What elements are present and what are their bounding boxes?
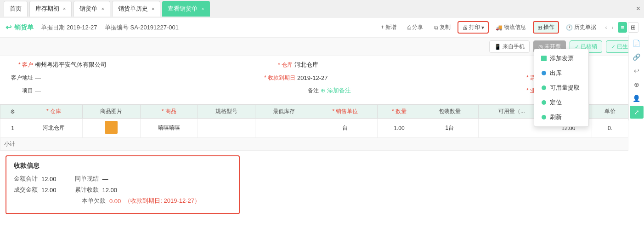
cumulative-value: 12.00 — [102, 187, 118, 194]
tab-close-view-sales[interactable]: × — [201, 6, 204, 11]
available-pickup-item[interactable]: 可用量提取 — [534, 80, 588, 95]
add-remark-icon: ⊕ — [321, 87, 325, 94]
payment-info-section: 收款信息 金额合计 12.00 同单现结 — 成交金额 12.00 累计收款 — [6, 155, 240, 214]
balance-item: 本单欠款 0.00 （收款到期日: 2019-12-27） — [82, 197, 200, 205]
logistics-icon: 🚚 — [496, 24, 503, 31]
total-amount-item: 金额合计 12.00 — [14, 175, 56, 183]
date-label: 单据日期 — [41, 23, 65, 32]
main-content: ↩ 销货单 单据日期 2019-12-27 单据编号 SA-20191227-0… — [0, 17, 644, 245]
add-invoice-icon — [541, 55, 547, 62]
balance-label: 本单欠款 — [82, 197, 106, 205]
total-amount-value: 12.00 — [41, 176, 56, 182]
col-settings: ⚙ — [0, 105, 25, 119]
col-unit-price: 单价 — [592, 105, 628, 119]
tab-sales-history[interactable]: 销货单历史 × — [112, 1, 160, 17]
project-value: — — [35, 87, 118, 94]
tab-close-history[interactable]: × — [152, 6, 154, 11]
add-remark-button[interactable]: ⊕ 添加备注 — [321, 86, 351, 95]
refresh-item[interactable]: 刷新 — [534, 110, 588, 125]
same-order-value: — — [102, 176, 108, 182]
locate-icon — [541, 99, 547, 106]
logistics-button[interactable]: 🚚 物流信息 — [491, 21, 530, 34]
row-unit-price: 0. — [592, 119, 628, 138]
doc-type-label: 销货单 — [14, 23, 34, 32]
col-sales-unit: * 销售单位 — [313, 105, 378, 119]
right-icon-back[interactable]: ↩ — [630, 64, 644, 77]
doc-actions: + 新增 ⎙ 分享 ⧉ 复制 🖨 打印 ▾ 🚚 物流信息 — [377, 21, 638, 34]
view-grid-button[interactable]: ⊞ — [628, 22, 638, 33]
right-icon-expand[interactable]: ⤢ — [630, 106, 644, 119]
phone-icon: 📱 — [494, 44, 501, 50]
add-invoice-item[interactable]: 添加发票 — [534, 51, 588, 66]
date-value: 2019-12-27 — [67, 24, 97, 31]
col-product-img: 商品图片 — [83, 105, 140, 119]
address-value: — — [35, 74, 118, 81]
doc-number-item: 单据编号 SA-20191227-001 — [105, 23, 179, 32]
copy-button[interactable]: ⧉ 复制 — [430, 21, 455, 34]
copy-icon: ⧉ — [434, 24, 438, 31]
from-phone-button[interactable]: 📱 来自手机 — [489, 40, 530, 53]
outbound-item[interactable]: 出库 — [534, 66, 588, 80]
right-icon-doc[interactable]: 📄 — [630, 37, 644, 50]
tab-home[interactable]: 首页 — [4, 1, 28, 17]
address-label: 客户地址 — [7, 74, 35, 82]
right-icon-link[interactable]: 🔗 — [630, 51, 644, 63]
tab-close-sales[interactable]: × — [101, 6, 104, 11]
print-button[interactable]: 🖨 打印 ▾ — [458, 21, 489, 34]
payment-date-label: * 收款到期日 — [264, 74, 297, 82]
right-icon-add[interactable]: ⊕ — [630, 78, 644, 91]
tab-sales-order[interactable]: 销货单 × — [73, 1, 110, 17]
same-order-label: 同单现结 — [75, 175, 99, 183]
view-list-button[interactable]: ≡ — [618, 22, 627, 33]
payment-date-value: 2019-12-27 — [297, 74, 380, 81]
transaction-value: 12.00 — [41, 187, 56, 194]
row-product: 嘻嘻嘻嘻 — [140, 119, 198, 138]
warehouse-label: * 仓库 — [267, 61, 294, 69]
outbound-icon — [541, 70, 547, 76]
right-icons-panel: 📄 🔗 ↩ ⊕ 👤 ⤢ — [628, 35, 644, 120]
print-dropdown-arrow: ▾ — [481, 24, 484, 31]
prev-record-button[interactable]: ‹ — [603, 23, 609, 32]
payment-info-title: 收款信息 — [14, 162, 232, 170]
doc-meta: 单据日期 2019-12-27 单据编号 SA-20191227-001 — [41, 23, 179, 32]
new-button[interactable]: + 新增 — [377, 21, 401, 34]
subtotal-row: 小计 — [0, 138, 628, 151]
info-row-1: 金额合计 12.00 同单现结 — — [14, 175, 232, 183]
locate-item[interactable]: 定位 — [534, 95, 588, 110]
doc-header: ↩ 销货单 单据日期 2019-12-27 单据编号 SA-20191227-0… — [0, 17, 644, 38]
same-order-item: 同单现结 — — [75, 175, 108, 183]
subtotal-label: 小计 — [0, 138, 628, 151]
project-label: 项目 — [7, 87, 35, 95]
history-button[interactable]: 🕐 历史单据 — [562, 21, 600, 34]
info-row-3: 本单欠款 0.00 （收款到期日: 2019-12-27） — [14, 197, 232, 205]
remarks-label: 备注 — [293, 87, 321, 95]
warehouse-value: 河北仓库 — [294, 61, 377, 69]
doc-date-item: 单据日期 2019-12-27 — [41, 23, 97, 32]
transaction-label: 成交金额 — [14, 186, 38, 194]
share-icon: ⎙ — [407, 24, 411, 31]
info-row-2: 成交金额 12.00 累计收款 12.00 — [14, 186, 232, 194]
refresh-icon — [541, 114, 547, 120]
tab-view-sales[interactable]: 查看销货单 × — [162, 1, 209, 17]
next-record-button[interactable]: › — [610, 23, 615, 32]
col-model: 规格型号 — [198, 105, 255, 119]
total-amount-label: 金额合计 — [14, 175, 38, 183]
row-sales-unit: 台 — [313, 119, 378, 138]
row-pack-qty: 1台 — [421, 119, 478, 138]
balance-value: 0.00 — [109, 198, 121, 205]
tab-close-inventory[interactable]: × — [63, 6, 66, 11]
row-product-img — [83, 119, 140, 138]
view-toggle: ≡ ⊞ — [618, 22, 638, 33]
row-num: 1 — [0, 119, 25, 138]
share-button[interactable]: ⎙ 分享 — [403, 21, 427, 34]
col-quantity: * 数量 — [378, 105, 421, 119]
doc-title: ↩ 销货单 — [6, 23, 34, 32]
row-model — [198, 119, 255, 138]
right-icon-user[interactable]: 👤 — [630, 92, 644, 105]
col-pack-qty: 包装数量 — [421, 105, 478, 119]
operations-button[interactable]: ⊞ 操作 — [533, 21, 559, 34]
tab-inventory-init[interactable]: 库存期初 × — [29, 1, 72, 17]
row-quantity: 1.00 — [378, 119, 421, 138]
customer-value: 柳州粤港平安气体有限公司 — [35, 61, 118, 69]
close-all-tabs-button[interactable]: × — [636, 5, 640, 13]
